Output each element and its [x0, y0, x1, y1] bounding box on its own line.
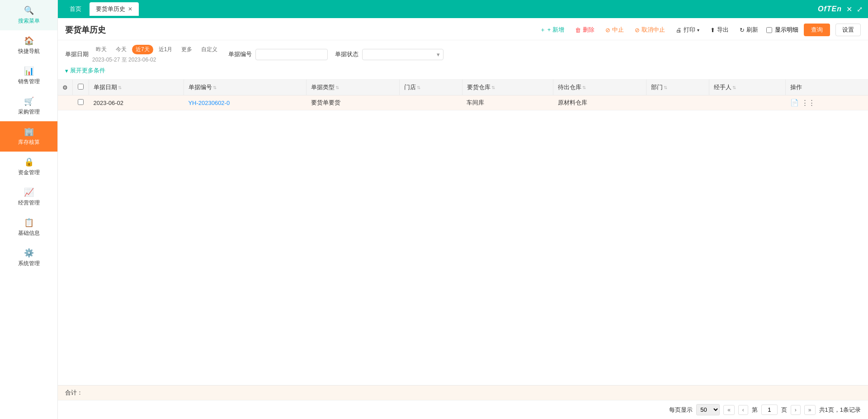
expand-more-button[interactable]: ▾ 展开更多条件: [65, 67, 861, 75]
new-button[interactable]: ＋ + 新增: [537, 24, 567, 36]
doc-status-label: 单据状态: [335, 50, 359, 58]
next-page-btn[interactable]: ›: [791, 405, 801, 415]
export-label: 导出: [717, 26, 729, 34]
col-checkbox: [73, 80, 89, 95]
col-pending-warehouse-label: 待出仓库: [558, 83, 581, 91]
sort-icon-doc-no: ⇅: [213, 85, 217, 90]
sidebar-item-purchase-mgmt[interactable]: 🛒 采购管理: [0, 91, 57, 121]
query-button[interactable]: 查询: [804, 24, 830, 36]
tab-requisition-history-label: 要货单历史: [96, 5, 125, 13]
window-close-icon[interactable]: ✕: [846, 5, 852, 14]
sys-mgmt-icon: ⚙️: [24, 248, 34, 258]
delete-button[interactable]: 🗑 删除: [572, 24, 597, 36]
select-all-checkbox[interactable]: [78, 84, 84, 90]
col-pending-warehouse[interactable]: 待出仓库⇅: [553, 80, 646, 95]
col-doc-no[interactable]: 单据编号⇅: [184, 80, 306, 95]
tab-close-icon[interactable]: ✕: [128, 6, 132, 12]
table-wrapper: ⚙ 单据日期⇅ 单据编号⇅ 单据类型⇅: [58, 80, 868, 385]
row-edit-icon[interactable]: 📄: [790, 99, 799, 107]
sort-icon-req-warehouse: ⇅: [491, 85, 495, 90]
row-checkbox[interactable]: [78, 99, 84, 105]
row-more-icon[interactable]: ⋮⋮: [802, 99, 815, 107]
sidebar-item-sales-mgmt[interactable]: 📊 销售管理: [0, 61, 57, 91]
cancel-stop-button[interactable]: ⊘ 取消中止: [632, 24, 668, 36]
col-department[interactable]: 部门⇅: [646, 80, 709, 95]
finance-mgmt-icon: 🔒: [24, 157, 34, 167]
sort-icon-handler: ⇅: [732, 85, 736, 90]
date-opt-1month[interactable]: 近1月: [155, 45, 176, 54]
doc-status-select-wrapper: ▾: [362, 49, 443, 60]
brand-label: OfTEn: [818, 5, 842, 13]
col-settings[interactable]: ⚙: [58, 80, 73, 95]
col-handler[interactable]: 经手人⇅: [709, 80, 786, 95]
sidebar-item-inventory-calc[interactable]: 🏢 库存核算: [0, 121, 57, 152]
date-filter-group: 单据日期 昨天 今天 近7天 近1月 更多 自定义 2023-05-27 至 2…: [65, 45, 221, 64]
tab-home-label: 首页: [70, 5, 81, 13]
display-cell-checkbox[interactable]: [766, 27, 772, 33]
first-page-btn[interactable]: «: [723, 405, 735, 415]
sidebar-item-sys-mgmt[interactable]: ⚙️ 系统管理: [0, 243, 57, 273]
row-doc-type: 要货单要货: [307, 95, 400, 110]
doc-status-select[interactable]: [362, 49, 443, 60]
table-footer: 合计：: [58, 385, 868, 400]
date-opt-yesterday[interactable]: 昨天: [92, 45, 110, 54]
col-handler-label: 经手人: [714, 83, 731, 91]
tab-home[interactable]: 首页: [63, 2, 88, 16]
doc-no-input[interactable]: [255, 49, 328, 60]
export-button[interactable]: ⬆ 导出: [708, 24, 731, 36]
tab-requisition-history[interactable]: 要货单历史 ✕: [90, 2, 139, 16]
col-doc-type-label: 单据类型: [311, 83, 335, 91]
window-expand-icon[interactable]: ⤢: [857, 5, 863, 14]
print-icon: 🖨: [676, 27, 682, 33]
delete-label: 删除: [583, 26, 594, 34]
new-icon: ＋: [540, 26, 546, 34]
delete-icon: 🗑: [575, 27, 581, 33]
stop-button[interactable]: ⊘ 中止: [603, 24, 627, 36]
page-suffix: 页: [781, 406, 787, 414]
settings-button[interactable]: 设置: [835, 24, 861, 36]
sidebar-item-label: 搜索菜单: [18, 17, 40, 25]
toolbar: ＋ + 新增 🗑 删除 ⊘ 中止 ⊘ 取消中止 🖨 打印: [537, 24, 861, 36]
sidebar-item-basic-info[interactable]: 📋 基础信息: [0, 212, 57, 243]
table-body: 2023-06-02 YH-20230602-0 要货单要货 车间库 原材料仓库: [58, 95, 868, 110]
action-icons: 📄 ⋮⋮: [790, 99, 863, 107]
total-label: 合计：: [65, 389, 83, 397]
page-input[interactable]: [761, 405, 778, 415]
print-button[interactable]: 🖨 打印 ▾: [673, 24, 702, 36]
sort-icon-doc-type: ⇅: [335, 85, 339, 90]
prev-page-btn[interactable]: ‹: [738, 405, 748, 415]
expand-more-icon: ▾: [65, 67, 68, 74]
sidebar-item-quick-nav[interactable]: 🏠 快捷导航: [0, 30, 57, 61]
date-opt-today[interactable]: 今天: [112, 45, 130, 54]
doc-no-link[interactable]: YH-20230602-0: [188, 100, 230, 106]
filter-row: 单据日期 昨天 今天 近7天 近1月 更多 自定义 2023-05-27 至 2…: [65, 45, 861, 64]
expand-more-label: 展开更多条件: [70, 67, 105, 75]
row-pending-warehouse: 原材料仓库: [553, 95, 646, 110]
sidebar-item-search-menu[interactable]: 🔍 搜索菜单: [0, 0, 57, 30]
date-opt-custom[interactable]: 自定义: [198, 45, 221, 54]
sidebar-item-ops-mgmt[interactable]: 📈 经营管理: [0, 182, 57, 212]
cancel-stop-label: 取消中止: [642, 26, 665, 34]
date-range-text: 2023-05-27 至 2023-06-02: [92, 56, 221, 64]
display-cell-button[interactable]: 显示明细: [766, 26, 798, 34]
sidebar-item-label: 采购管理: [18, 108, 40, 116]
data-table: ⚙ 单据日期⇅ 单据编号⇅ 单据类型⇅: [58, 80, 868, 110]
col-req-warehouse-label: 要货仓库: [467, 83, 491, 91]
per-page-select[interactable]: 50 10 20 100: [696, 404, 720, 415]
topbar-right: OfTEn ✕ ⤢: [818, 5, 863, 14]
col-doc-type[interactable]: 单据类型⇅: [307, 80, 400, 95]
page-label: 第: [752, 406, 758, 414]
last-page-btn[interactable]: »: [804, 405, 816, 415]
col-doc-date[interactable]: 单据日期⇅: [89, 80, 184, 95]
date-opt-more[interactable]: 更多: [178, 45, 196, 54]
page-title: 要货单历史: [65, 24, 106, 35]
refresh-button[interactable]: ↻ 刷新: [737, 24, 761, 36]
date-filter-label: 单据日期: [65, 50, 89, 58]
col-store[interactable]: 门店⇅: [400, 80, 462, 95]
date-opt-7days[interactable]: 近7天: [132, 45, 153, 54]
quick-nav-icon: 🏠: [24, 36, 34, 46]
col-req-warehouse[interactable]: 要货仓库⇅: [462, 80, 553, 95]
page-header: 要货单历史 ＋ + 新增 🗑 删除 ⊘ 中止 ⊘ 取消中止: [58, 18, 868, 40]
sidebar-item-label: 系统管理: [18, 260, 40, 267]
sidebar-item-finance-mgmt[interactable]: 🔒 资金管理: [0, 152, 57, 182]
